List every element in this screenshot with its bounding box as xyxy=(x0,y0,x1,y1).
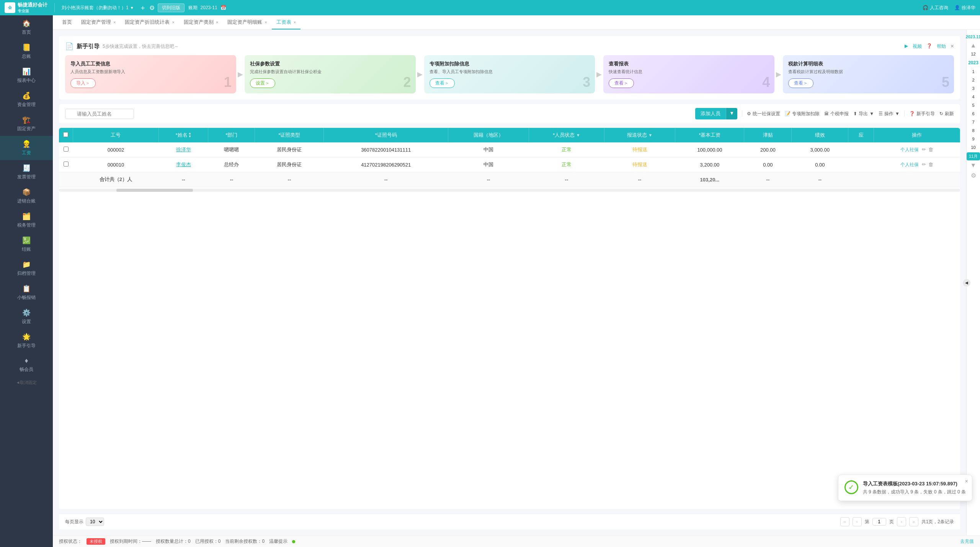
sidebar-item-close-accounts[interactable]: 💹 结账 xyxy=(0,232,53,256)
search-input[interactable] xyxy=(65,109,134,119)
cancel-fixed-button[interactable]: ◄取消固定 xyxy=(0,377,53,389)
guide-step-4-button[interactable]: 查看＞ xyxy=(609,78,634,88)
ai-consult-button[interactable]: 🎧 人工咨询 xyxy=(923,5,948,11)
right-panel-settings-icon[interactable]: ⚙ xyxy=(971,172,976,179)
tab-depreciation-stats[interactable]: 固定资产折旧统计表 × xyxy=(120,15,179,29)
add-employee-button[interactable]: 添加人员 xyxy=(695,108,726,119)
help-icon: ❓ xyxy=(926,43,932,50)
right-panel-up-button[interactable]: ▲ xyxy=(970,42,977,49)
td-name-1[interactable]: 徐泽华 xyxy=(159,142,208,157)
guide-step-1: 导入员工工资信息 人员信息及工资数据新增导入 导入＞ 1 xyxy=(65,55,236,93)
right-panel-down-button[interactable]: ▼ xyxy=(970,162,977,169)
action-delete-2[interactable]: 🗑 xyxy=(928,162,933,167)
sidebar-item-fixed-assets[interactable]: 🏗️ 固定资产 xyxy=(0,112,53,136)
row-checkbox-1[interactable] xyxy=(64,147,69,152)
operations-button[interactable]: ☰ 操作 ▼ xyxy=(879,111,900,117)
close-tab-asset-category[interactable]: × xyxy=(216,20,218,24)
action-social-2[interactable]: 个人社保 xyxy=(900,162,919,167)
right-panel-month-6[interactable]: 6 xyxy=(967,110,980,117)
sidebar-item-inventory[interactable]: 📦 进销台账 xyxy=(0,184,53,208)
right-panel-month-3[interactable]: 3 xyxy=(967,85,980,92)
guide-help-link[interactable]: ❓ 帮助 xyxy=(926,43,946,50)
calendar-icon[interactable]: 📅 xyxy=(220,5,226,10)
auth-status-badge: 未授权 xyxy=(87,538,105,545)
tab-home[interactable]: 首页 xyxy=(57,15,77,29)
last-page-button[interactable]: » xyxy=(909,517,918,526)
social-insurance-button[interactable]: ⚙ 统一社保设置 xyxy=(747,111,780,117)
close-tab-asset-detail[interactable]: × xyxy=(265,20,267,24)
sidebar-item-archive[interactable]: 📁 归档管理 xyxy=(0,256,53,281)
export-button[interactable]: ⬆ 导出 ▼ xyxy=(853,111,874,117)
next-page-button[interactable]: › xyxy=(897,517,906,526)
action-edit-1[interactable]: ✏ xyxy=(922,147,926,152)
td-name-2[interactable]: 李俊杰 xyxy=(159,157,208,172)
right-panel-month-10[interactable]: 10 xyxy=(967,144,980,151)
user-profile[interactable]: 👤 徐泽华 xyxy=(954,5,975,11)
refresh-button[interactable]: ↻ 刷新 xyxy=(939,111,954,117)
action-edit-2[interactable]: ✏ xyxy=(922,162,926,167)
right-panel-expand-button[interactable]: ◀ xyxy=(963,279,970,287)
sidebar-item-tax[interactable]: 🗂️ 税务管理 xyxy=(0,208,53,232)
right-panel-month-12[interactable]: 12 xyxy=(967,51,980,57)
auth-recharge-link[interactable]: 去充值 xyxy=(960,538,974,545)
sidebar-item-funds[interactable]: 💰 资金管理 xyxy=(0,88,53,112)
report-status-filter-icon[interactable]: ▼ xyxy=(648,133,652,137)
action-social-1[interactable]: 个人社保 xyxy=(900,147,919,152)
right-panel-month-1[interactable]: 1 xyxy=(967,68,980,75)
sidebar-item-home[interactable]: 🏠 首页 xyxy=(0,15,53,39)
page-size-select[interactable]: 10 20 50 xyxy=(86,518,104,526)
tab-fixed-assets-mgmt[interactable]: 固定资产管理 × xyxy=(77,15,120,29)
action-delete-1[interactable]: 🗑 xyxy=(928,147,933,152)
account-selector[interactable]: 刘小艳演示账套（勿删勿动！）1 ▼ xyxy=(62,5,134,11)
close-tab-depreciation-stats[interactable]: × xyxy=(172,20,174,24)
select-all-checkbox[interactable] xyxy=(63,132,68,137)
add-icon[interactable]: ＋ xyxy=(139,3,146,12)
sidebar-item-member[interactable]: ♦ 畅会员 xyxy=(0,353,53,377)
close-tab-fixed-assets-mgmt[interactable]: × xyxy=(113,20,116,24)
sidebar-item-ledger[interactable]: 📒 总账 xyxy=(0,39,53,64)
toast-close-button[interactable]: × xyxy=(965,478,968,484)
page-number-input[interactable] xyxy=(872,518,886,526)
topbar-actions: ＋ ⚙ 切到旧版 xyxy=(139,3,185,12)
tab-payroll[interactable]: 工资表 × xyxy=(272,15,301,29)
tab-asset-detail[interactable]: 固定资产明细账 × xyxy=(223,15,271,29)
right-panel-month-2[interactable]: 2 xyxy=(967,77,980,83)
sidebar-item-payroll[interactable]: 👷 工资 xyxy=(0,136,53,160)
tab-asset-category[interactable]: 固定资产类别 × xyxy=(179,15,223,29)
guide-close-button[interactable]: × xyxy=(951,43,954,50)
status-filter-icon[interactable]: ▼ xyxy=(576,133,580,137)
th-select-all[interactable] xyxy=(59,128,73,142)
th-name[interactable]: *姓名 ▲▼ xyxy=(159,128,208,142)
sidebar-item-guide[interactable]: 🌟 新手引导 xyxy=(0,329,53,353)
guide-step-5-button[interactable]: 查看＞ xyxy=(788,78,813,88)
guide-step-1-button[interactable]: 导入＞ xyxy=(70,78,96,88)
sidebar-item-expense[interactable]: 📋 小畅报销 xyxy=(0,281,53,305)
new-guide-button[interactable]: ❓ 新手引导 xyxy=(909,111,935,117)
prev-page-button[interactable]: ‹ xyxy=(853,517,862,526)
guide-step-3-button[interactable]: 查看＞ xyxy=(430,78,455,88)
close-tab-payroll[interactable]: × xyxy=(294,20,296,24)
add-employee-dropdown-button[interactable]: ▼ xyxy=(726,108,737,119)
guide-step-2-button[interactable]: 设置＞ xyxy=(250,78,275,88)
settings-icon[interactable]: ⚙ xyxy=(149,4,155,11)
right-panel-month-4[interactable]: 4 xyxy=(967,93,980,100)
right-panel-month-5[interactable]: 5 xyxy=(967,102,980,109)
tax-report-button[interactable]: 🏛 个税申报 xyxy=(824,111,849,117)
table-summary-row: 合计共（2）人 -- -- -- -- -- -- -- 103,20... -… xyxy=(59,172,960,187)
right-panel-month-9[interactable]: 9 xyxy=(967,136,980,142)
td-checkbox-1[interactable] xyxy=(59,142,73,157)
sidebar-item-reports[interactable]: 📊 报表中心 xyxy=(0,64,53,88)
sidebar-item-settings[interactable]: ⚙️ 设置 xyxy=(0,305,53,329)
right-panel-month-7[interactable]: 7 xyxy=(967,119,980,126)
table-row: 000002 徐泽华 嗯嗯嗯 居民身份证 360782200104131111 … xyxy=(59,142,960,157)
guide-video-link[interactable]: ▶ 视频 xyxy=(905,43,922,50)
right-panel-month-11[interactable]: 11月 xyxy=(967,152,980,160)
td-checkbox-2[interactable] xyxy=(59,157,73,172)
sidebar-item-invoice[interactable]: 🧾 发票管理 xyxy=(0,160,53,184)
first-page-button[interactable]: « xyxy=(840,517,849,526)
right-panel-month-8[interactable]: 8 xyxy=(967,127,980,134)
switch-version-button[interactable]: 切到旧版 xyxy=(158,3,185,12)
guide-title: 新手引导 xyxy=(77,43,100,50)
extra-deduction-button[interactable]: 📝 专项附加扣除 xyxy=(785,111,820,117)
row-checkbox-2[interactable] xyxy=(64,162,69,167)
